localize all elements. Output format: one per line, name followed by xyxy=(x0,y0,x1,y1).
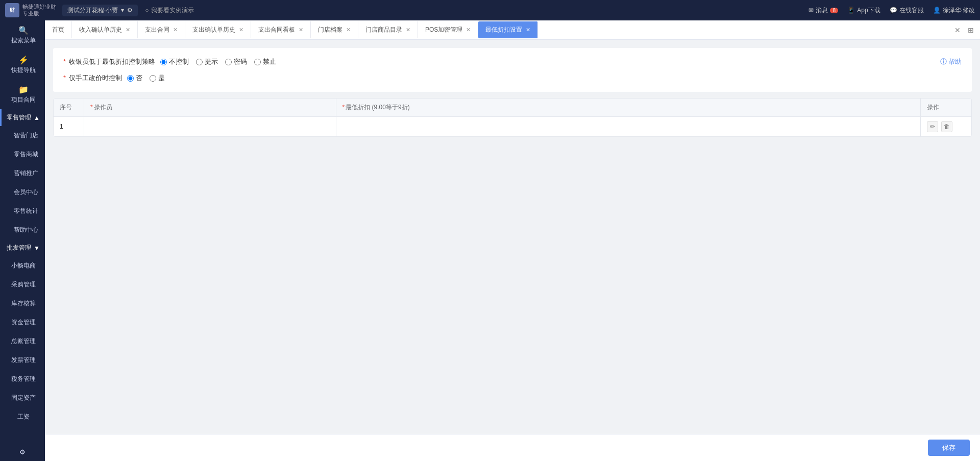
tab-payment-contract[interactable]: 支出合同 ✕ xyxy=(138,21,185,38)
help-button[interactable]: ⓘ 帮助 xyxy=(940,57,962,66)
tab-close-icon[interactable]: ✕ xyxy=(346,27,351,33)
edit-row-btn[interactable]: ✏ xyxy=(927,121,938,132)
tab-label: 首页 xyxy=(52,26,64,34)
tab-close-icon[interactable]: ✕ xyxy=(173,27,178,33)
delete-row-btn[interactable]: 🗑 xyxy=(941,121,952,132)
policy-password-radio[interactable] xyxy=(225,59,232,65)
logo-icon: 财 xyxy=(5,3,19,17)
tab-label: 支出确认单历史 xyxy=(192,26,235,34)
online-service-btn[interactable]: 💬 在线客服 xyxy=(890,6,924,15)
page-content: * 收银员低于最低折扣控制策略 不控制 提示 xyxy=(45,40,980,434)
message-btn[interactable]: ✉ 消息 8 xyxy=(808,6,838,15)
tab-close-icon[interactable]: ✕ xyxy=(526,27,530,33)
sidebar-item-ecommerce[interactable]: 小畅电商 xyxy=(0,256,45,275)
sidebar-item-fund-mgmt[interactable]: 资金管理 xyxy=(0,313,45,332)
search-icon: 🔍 xyxy=(18,26,29,35)
tab-store-archive[interactable]: 门店档案 ✕ xyxy=(311,21,358,38)
settings-icon[interactable]: ⚙ xyxy=(127,7,133,14)
tab-close-icon[interactable]: ✕ xyxy=(299,27,303,33)
required-mark: * xyxy=(63,74,66,82)
tab-label: 支出合同看板 xyxy=(258,26,295,34)
manual-price-yes-option[interactable]: 是 xyxy=(150,74,165,83)
save-button[interactable]: 保存 xyxy=(928,440,970,456)
manual-price-label: * 仅手工改价时控制 xyxy=(63,74,122,83)
tab-label: 收入确认单历史 xyxy=(79,26,122,34)
app-download-btn[interactable]: 📱 App下载 xyxy=(847,6,880,15)
tab-store-product-catalog[interactable]: 门店商品目录 ✕ xyxy=(358,21,418,38)
sidebar-item-label: 税务管理 xyxy=(11,375,36,383)
sidebar-item-label: 库存核算 xyxy=(11,299,36,308)
tab-min-discount-setting[interactable]: 最低折扣设置 ✕ xyxy=(478,21,538,38)
arrow-down-icon: ▼ xyxy=(34,245,40,252)
policy-password-option[interactable]: 密码 xyxy=(225,57,247,66)
project-selector[interactable]: 测试分开花程·小贾 ▾ ⚙ xyxy=(62,5,138,16)
demo-link[interactable]: ○ 我要看实例演示 xyxy=(145,6,193,15)
sidebar-item-retail-mall[interactable]: 零售商城 xyxy=(0,145,45,164)
sidebar-item-wholesale-mgmt[interactable]: 批发管理 ▼ xyxy=(0,239,45,256)
policy-prompt-option[interactable]: 提示 xyxy=(196,57,218,66)
projects-icon: 📁 xyxy=(18,85,29,94)
tab-payment-confirm-history[interactable]: 支出确认单历史 ✕ xyxy=(185,21,251,38)
question-icon: ⓘ xyxy=(940,57,947,66)
sidebar-item-ledger-mgmt[interactable]: 总账管理 xyxy=(0,332,45,351)
discount-table: 序号 *操作员 *最低折扣 (9.00等于9折) 操作 1 xyxy=(53,98,972,137)
sidebar-item-member-center[interactable]: 会员中心 xyxy=(0,183,45,202)
policy-label: * 收银员低于最低折扣控制策略 xyxy=(63,57,155,66)
manual-price-row: * 仅手工改价时控制 否 是 xyxy=(63,74,962,83)
sidebar-item-tax-mgmt[interactable]: 税务管理 xyxy=(0,370,45,389)
sidebar-item-search-menu[interactable]: 🔍 搜索菜单 xyxy=(0,20,45,50)
tab-payment-contract-board[interactable]: 支出合同看板 ✕ xyxy=(251,21,311,38)
tab-close-icon[interactable]: ✕ xyxy=(406,27,410,33)
tab-close-icon[interactable]: ✕ xyxy=(466,27,471,33)
sidebar-item-marketing[interactable]: 营销推广 xyxy=(0,164,45,183)
sidebar-item-label: 零售商城 xyxy=(14,150,38,159)
sidebar-item-shortcuts[interactable]: ⚡ 快捷导航 xyxy=(0,50,45,80)
form-card: * 收银员低于最低折扣控制策略 不控制 提示 xyxy=(53,48,972,92)
sidebar-settings-btn[interactable]: ⚙ xyxy=(0,443,45,461)
sidebar-item-help-center[interactable]: 帮助中心 xyxy=(0,221,45,239)
sidebar-item-smart-store[interactable]: 智营门店 xyxy=(0,126,45,145)
cell-seq: 1 xyxy=(54,117,84,137)
sidebar-item-inventory-calc[interactable]: 库存核算 xyxy=(0,294,45,313)
manual-price-no-option[interactable]: 否 xyxy=(127,74,142,83)
policy-prompt-radio[interactable] xyxy=(196,59,203,65)
sidebar-item-projects[interactable]: 📁 项目合同 xyxy=(0,80,45,109)
sidebar-item-fixed-assets[interactable]: 固定资产 xyxy=(0,389,45,407)
tab-pos-password-mgmt[interactable]: POS加密管理 ✕ xyxy=(418,21,478,38)
sidebar-item-label: 小畅电商 xyxy=(11,261,36,270)
policy-prohibit-option[interactable]: 禁止 xyxy=(254,57,276,66)
sidebar-item-label: 会员中心 xyxy=(14,188,38,197)
user-icon: 👤 xyxy=(933,7,941,14)
tab-close-icon[interactable]: ✕ xyxy=(126,27,130,33)
arrow-up-icon: ▲ xyxy=(34,114,40,122)
policy-no-control-radio[interactable] xyxy=(160,59,167,65)
sidebar-item-label: 项目合同 xyxy=(11,95,36,104)
sidebar-item-label: 零售统计 xyxy=(14,207,38,215)
policy-no-control-option[interactable]: 不控制 xyxy=(160,57,189,66)
tab-label: 门店档案 xyxy=(318,26,342,34)
top-bar: 财 畅捷通好业财 专业版 测试分开花程·小贾 ▾ ⚙ ○ 我要看实例演示 ✉ 消… xyxy=(0,0,980,20)
policy-prohibit-radio[interactable] xyxy=(254,59,261,65)
tab-close-icon[interactable]: ✕ xyxy=(239,27,243,33)
row-actions: ✏ 🗑 xyxy=(927,121,965,132)
sidebar-item-invoice-mgmt[interactable]: 发票管理 xyxy=(0,351,45,370)
sidebar-item-retail-stats[interactable]: 零售统计 xyxy=(0,202,45,221)
page-footer: 保存 xyxy=(45,434,980,461)
logo-text: 畅捷通好业财 专业版 xyxy=(22,4,56,17)
message-badge: 8 xyxy=(830,8,838,13)
tab-close-all-btn[interactable]: ✕ xyxy=(952,25,963,35)
manual-price-yes-radio[interactable] xyxy=(150,75,156,82)
sidebar-item-purchase-mgmt[interactable]: 采购管理 xyxy=(0,275,45,294)
user-profile-btn[interactable]: 👤 徐泽华·修改 xyxy=(933,6,975,15)
project-name: 测试分开花程·小贾 xyxy=(67,6,118,15)
sidebar-item-label: 资金管理 xyxy=(11,318,36,327)
tab-home[interactable]: 首页 xyxy=(45,21,72,38)
sidebar-item-label: 智营门店 xyxy=(14,131,38,140)
manual-price-no-radio[interactable] xyxy=(127,75,134,82)
sidebar: 🔍 搜索菜单 ⚡ 快捷导航 📁 项目合同 零售管理 ▲ 智营门店 零售商城 营销… xyxy=(0,20,45,461)
sidebar-item-retail-mgmt[interactable]: 零售管理 ▲ xyxy=(0,109,45,126)
tab-more-btn[interactable]: ⊞ xyxy=(966,25,976,35)
tab-label: 最低折扣设置 xyxy=(485,26,522,34)
sidebar-item-salary[interactable]: 工资 xyxy=(0,407,45,426)
tab-income-confirm-history[interactable]: 收入确认单历史 ✕ xyxy=(72,21,138,38)
